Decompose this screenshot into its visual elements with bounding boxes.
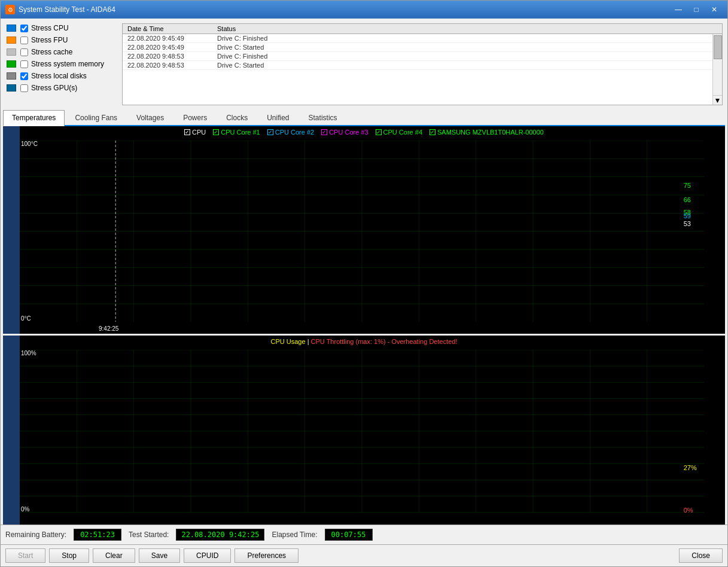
stress-memory-label: Stress system memory bbox=[31, 60, 104, 68]
cpu-icon bbox=[5, 23, 17, 33]
stress-memory-checkbox[interactable] bbox=[20, 60, 28, 68]
stress-disks-checkbox[interactable] bbox=[20, 72, 28, 80]
minimize-button[interactable]: — bbox=[670, 4, 687, 16]
elapsed-value: 00:07:55 bbox=[325, 529, 373, 541]
list-item: 22.08.2020 9:45:49 Drive C: Finished bbox=[123, 34, 722, 43]
legend-core1-check[interactable]: ✓ bbox=[213, 129, 219, 135]
log-col-status: Status bbox=[217, 25, 717, 32]
log-scrollbar-thumb[interactable] bbox=[714, 35, 722, 59]
legend-core3-check[interactable]: ✓ bbox=[321, 129, 327, 135]
tab-unified[interactable]: Unified bbox=[258, 110, 298, 125]
svg-text:59: 59 bbox=[684, 212, 691, 220]
tab-voltages[interactable]: Voltages bbox=[127, 110, 173, 125]
legend-samsung: ✓ SAMSUNG MZVLB1T0HALR-00000 bbox=[430, 129, 544, 136]
window-controls: — □ ✕ bbox=[670, 4, 723, 16]
log-date-2: 22.08.2020 9:48:53 bbox=[127, 53, 217, 60]
battery-value: 02:51:23 bbox=[74, 529, 121, 541]
action-bar: Start Stop Clear Save CPUID Preferences … bbox=[1, 544, 727, 566]
battery-label: Remaining Battery: bbox=[5, 531, 66, 539]
legend-cpu: ✓ CPU bbox=[184, 129, 206, 136]
stress-disks-item: Stress local disks bbox=[5, 71, 116, 81]
list-item: 22.08.2020 9:48:53 Drive C: Finished bbox=[123, 52, 722, 61]
fpu-icon bbox=[5, 35, 17, 45]
stress-gpu-checkbox[interactable] bbox=[20, 84, 28, 92]
log-header: Date & Time Status bbox=[123, 24, 722, 34]
tab-clocks[interactable]: Clocks bbox=[217, 110, 257, 125]
legend-core4: ✓ CPU Core #4 bbox=[376, 129, 422, 136]
stress-options-panel: Stress CPU Stress FPU Stress cache Stres… bbox=[5, 23, 116, 105]
elapsed-label: Elapsed Time: bbox=[272, 531, 317, 539]
tab-cooling-fans[interactable]: Cooling Fans bbox=[66, 110, 126, 125]
log-scroll[interactable]: 22.08.2020 9:45:49 Drive C: Finished 22.… bbox=[123, 34, 722, 105]
stress-disks-label: Stress local disks bbox=[31, 72, 87, 80]
gpu-icon bbox=[5, 83, 17, 93]
stress-gpu-item: Stress GPU(s) bbox=[5, 83, 116, 93]
stress-cpu-label: Stress CPU bbox=[31, 24, 69, 32]
stress-memory-item: Stress system memory bbox=[5, 59, 116, 69]
stress-cpu-item: Stress CPU bbox=[5, 23, 116, 33]
list-item: 22.08.2020 9:48:53 Drive C: Started bbox=[123, 61, 722, 70]
usage-y-min: 0% bbox=[21, 506, 36, 513]
svg-text:0%: 0% bbox=[684, 507, 693, 513]
memory-icon bbox=[5, 59, 17, 69]
legend-core2-label: CPU Core #2 bbox=[275, 129, 314, 136]
log-status-2: Drive C: Finished bbox=[217, 53, 717, 60]
svg-text:53: 53 bbox=[684, 220, 691, 227]
log-date-0: 22.08.2020 9:45:49 bbox=[127, 35, 217, 42]
legend-core3: ✓ CPU Core #3 bbox=[321, 129, 368, 136]
tab-powers[interactable]: Powers bbox=[174, 110, 216, 125]
started-label: Test Started: bbox=[129, 531, 169, 539]
usage-y-labels: 100% 0% bbox=[21, 350, 36, 513]
log-status-3: Drive C: Started bbox=[217, 62, 717, 69]
temp-y-max: 100°C bbox=[21, 141, 38, 147]
log-status-0: Drive C: Finished bbox=[217, 35, 717, 42]
log-status-1: Drive C: Started bbox=[217, 44, 717, 51]
temp-chart-legend: ✓ CPU ✓ CPU Core #1 ✓ CPU Core #2 ✓ CPU … bbox=[3, 129, 725, 136]
temp-x-label: 9:42:25 bbox=[99, 325, 118, 332]
chart-left-indicator bbox=[3, 126, 20, 334]
stress-gpu-label: Stress GPU(s) bbox=[31, 84, 77, 92]
legend-core4-check[interactable]: ✓ bbox=[376, 129, 382, 135]
log-scroll-down[interactable]: ▼ bbox=[713, 95, 722, 105]
legend-cpu-check[interactable]: ✓ bbox=[184, 129, 190, 135]
legend-core3-label: CPU Core #3 bbox=[329, 129, 368, 136]
temp-y-labels: 100°C 0°C bbox=[21, 141, 38, 322]
save-button[interactable]: Save bbox=[139, 548, 180, 563]
log-date-1: 22.08.2020 9:45:49 bbox=[127, 44, 217, 51]
log-panel: Date & Time Status 22.08.2020 9:45:49 Dr… bbox=[122, 23, 723, 105]
stop-button[interactable]: Stop bbox=[49, 548, 89, 563]
temperature-chart: ✓ CPU ✓ CPU Core #1 ✓ CPU Core #2 ✓ CPU … bbox=[3, 126, 725, 334]
cache-icon bbox=[5, 47, 17, 57]
usage-title-normal: CPU Usage bbox=[270, 338, 305, 345]
tab-statistics[interactable]: Statistics bbox=[300, 110, 346, 125]
usage-chart-svg: 27% 0% bbox=[20, 350, 704, 513]
svg-text:66: 66 bbox=[684, 196, 691, 203]
log-scrollbar[interactable]: ▼ bbox=[712, 34, 722, 105]
top-section: Stress CPU Stress FPU Stress cache Stres… bbox=[1, 19, 727, 110]
main-window: ⚙ System Stability Test - AIDA64 — □ ✕ S… bbox=[0, 0, 728, 567]
legend-core2-check[interactable]: ✓ bbox=[267, 129, 273, 135]
preferences-button[interactable]: Preferences bbox=[234, 548, 298, 563]
stress-cache-checkbox[interactable] bbox=[20, 48, 28, 56]
tab-temperatures[interactable]: Temperatures bbox=[3, 110, 65, 126]
close-window-button[interactable]: Close bbox=[679, 548, 723, 563]
status-bar: Remaining Battery: 02:51:23 Test Started… bbox=[1, 525, 727, 544]
content-area: Stress CPU Stress FPU Stress cache Stres… bbox=[1, 19, 727, 566]
clear-button[interactable]: Clear bbox=[93, 548, 135, 563]
legend-samsung-label: SAMSUNG MZVLB1T0HALR-00000 bbox=[437, 129, 544, 136]
close-button[interactable]: ✕ bbox=[706, 4, 723, 16]
stress-fpu-item: Stress FPU bbox=[5, 35, 116, 45]
log-date-3: 22.08.2020 9:48:53 bbox=[127, 62, 217, 69]
title-bar: ⚙ System Stability Test - AIDA64 — □ ✕ bbox=[1, 1, 727, 19]
usage-chart-left-indicator bbox=[3, 336, 20, 525]
stress-cpu-checkbox[interactable] bbox=[20, 25, 28, 32]
temp-y-min: 0°C bbox=[21, 315, 38, 322]
start-button[interactable]: Start bbox=[5, 548, 45, 563]
legend-samsung-check[interactable]: ✓ bbox=[430, 129, 435, 135]
cpuid-button[interactable]: CPUID bbox=[184, 548, 231, 563]
stress-fpu-checkbox[interactable] bbox=[20, 36, 28, 44]
stress-fpu-label: Stress FPU bbox=[31, 36, 68, 44]
app-icon: ⚙ bbox=[5, 5, 15, 14]
usage-chart: CPU Usage | CPU Throttling (max: 1%) - O… bbox=[3, 336, 725, 525]
maximize-button[interactable]: □ bbox=[688, 4, 705, 16]
